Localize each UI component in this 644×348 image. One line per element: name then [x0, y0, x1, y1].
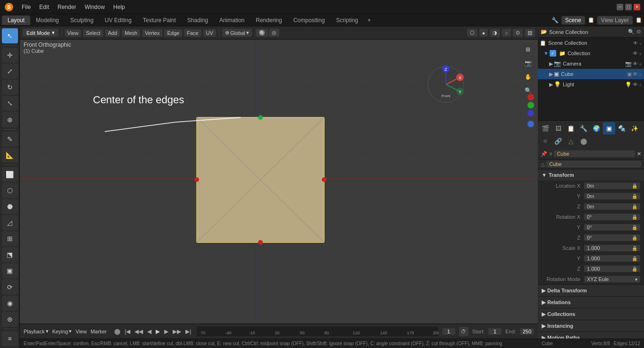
tool-shrink[interactable]: ⊛ — [2, 312, 18, 327]
menu-file[interactable]: File — [18, 3, 34, 11]
tab-modeling[interactable]: Modeling — [30, 16, 65, 25]
cube-render-icon[interactable]: ⬦ — [639, 71, 642, 77]
location-z-lock[interactable]: 🔒 — [632, 204, 637, 209]
snap-magnet[interactable]: 🔘 — [256, 29, 268, 37]
overlay-toggle[interactable]: ⊙ — [513, 29, 523, 37]
rotation-y-lock[interactable]: 🔒 — [632, 225, 637, 230]
playback-menu[interactable]: Playback▾ — [24, 328, 49, 334]
viewport-camera-icon[interactable]: 📷 — [522, 57, 534, 69]
jump-start-button[interactable]: |◀ — [123, 328, 132, 335]
props-pin-icon[interactable]: 📌 — [541, 151, 547, 157]
scene-collection-item[interactable]: 📋 Scene Collection 👁 ⬦ — [538, 38, 644, 48]
location-x-lock[interactable]: 🔒 — [632, 183, 637, 189]
camera-render-icon[interactable]: ⬦ — [639, 61, 642, 67]
rotation-x-lock[interactable]: 🔒 — [632, 215, 637, 220]
scale-y-lock[interactable]: 🔒 — [632, 256, 637, 261]
outliner-camera-row[interactable]: ▶ 📷 Camera 📷 👁 ⬦ — [538, 58, 644, 69]
tool-scale[interactable]: ⤡ — [2, 96, 18, 111]
viewport-shading-solid[interactable]: ● — [479, 29, 488, 37]
add-workspace-button[interactable]: + — [364, 16, 375, 25]
tool-transform[interactable]: ⊕ — [2, 112, 18, 127]
tool-knife[interactable]: ⬔ — [2, 247, 18, 262]
light-eye-icon[interactable]: 👁 — [633, 82, 638, 88]
edge-menu[interactable]: Edge — [164, 29, 182, 37]
location-x-field[interactable]: 0m 🔒 — [584, 182, 640, 189]
tool-smooth[interactable]: ◉ — [2, 296, 18, 311]
scale-z-lock[interactable]: 🔒 — [632, 266, 637, 272]
tab-compositing[interactable]: Compositing — [288, 16, 331, 25]
collection-visibility-check[interactable]: ✓ — [550, 50, 556, 57]
step-back-button[interactable]: ◀ — [145, 328, 153, 335]
tool-loop-cut[interactable]: ⊞ — [2, 231, 18, 246]
scale-y-field[interactable]: 1.000 🔒 — [584, 255, 640, 262]
tab-uv-editing[interactable]: UV Editing — [99, 16, 137, 25]
location-y-field[interactable]: 0m 🔒 — [584, 193, 640, 199]
keying-menu[interactable]: Keying▾ — [52, 328, 72, 334]
menu-render[interactable]: Render — [54, 3, 80, 11]
outliner-light-row[interactable]: ▶ 💡 Light 💡 👁 ⬦ — [538, 79, 644, 90]
scene-selector[interactable]: Scene — [561, 16, 585, 25]
prop-tab-object[interactable]: ▣ — [603, 122, 615, 134]
start-frame-display[interactable]: 1 — [488, 328, 502, 335]
light-vis-icon[interactable]: 💡 — [625, 82, 632, 88]
scale-z-field[interactable]: 1.000 🔒 — [584, 265, 640, 272]
outliner-collection-row[interactable]: ▼ ✓ 📁 Collection 👁 ⬦ — [538, 48, 644, 58]
tool-extrude[interactable]: ⬡ — [2, 183, 18, 198]
relations-header[interactable]: ▶ Relations — [538, 297, 644, 308]
prop-tab-render[interactable]: 🎬 — [539, 122, 552, 134]
instancing-header[interactable]: ▶ Instancing — [538, 320, 644, 331]
select-menu[interactable]: Select — [83, 29, 103, 37]
transform-header[interactable]: ▼ Transform — [538, 169, 644, 181]
tool-add-cube[interactable]: ⬜ — [2, 167, 18, 182]
tool-spin[interactable]: ⟳ — [2, 279, 18, 294]
prop-tab-object-data[interactable]: △ — [565, 135, 577, 147]
end-frame-display[interactable]: 250 — [520, 328, 534, 335]
record-button[interactable]: ⬤ — [112, 328, 122, 335]
jump-end-button[interactable]: ▶| — [184, 328, 193, 335]
tool-n-panel[interactable]: ≡ — [2, 331, 18, 346]
menu-edit[interactable]: Edit — [35, 3, 53, 11]
viewport-shading-wire[interactable]: ⬡ — [467, 29, 477, 37]
tab-animation[interactable]: Animation — [214, 16, 250, 25]
collections-header[interactable]: ▶ Collections — [538, 308, 644, 320]
cube-eye-icon[interactable]: 👁 — [633, 71, 638, 77]
step-forward-button[interactable]: ▶ — [162, 328, 170, 335]
menu-help[interactable]: Help — [109, 3, 129, 11]
prev-keyframe-button[interactable]: ◀◀ — [133, 328, 145, 335]
tab-rendering[interactable]: Rendering — [250, 16, 287, 25]
collection-render-icon[interactable]: ⬦ — [639, 50, 642, 56]
tool-poly-build[interactable]: ▣ — [2, 263, 18, 278]
tool-select[interactable]: ↖ — [2, 28, 18, 43]
props-list-icon[interactable]: ≡ — [549, 151, 552, 157]
tab-layout[interactable]: Layout — [2, 16, 30, 25]
minimize-button[interactable]: ─ — [617, 4, 623, 10]
navigation-gizmo[interactable]: X Y Z Front — [425, 63, 467, 106]
view-menu[interactable]: View — [65, 29, 82, 37]
close-button[interactable]: × — [634, 4, 640, 10]
delta-transform-header[interactable]: ▶ Delta Transform — [538, 285, 644, 296]
viewlayer-selector[interactable]: View Layer — [597, 16, 633, 25]
light-render-icon[interactable]: ⬦ — [639, 82, 642, 88]
tool-rotate[interactable]: ↻ — [2, 80, 18, 95]
prop-tab-modifiers[interactable]: 🔩 — [616, 122, 628, 134]
xray-toggle[interactable]: ▨ — [525, 29, 535, 37]
motion-paths-header[interactable]: ▶ Motion Paths — [538, 332, 644, 339]
prop-tab-material[interactable]: ⬤ — [577, 135, 590, 147]
prop-tab-output[interactable]: 🖼 — [552, 122, 564, 134]
mesh-menu[interactable]: Mesh — [122, 29, 140, 37]
tab-scripting[interactable]: Scripting — [330, 16, 364, 25]
prop-tab-scene[interactable]: 🔧 — [577, 122, 590, 134]
scale-x-field[interactable]: 1.000 🔒 — [584, 245, 640, 251]
tab-shading[interactable]: Shading — [182, 16, 214, 25]
outliner-filter-icon[interactable]: ⚙ — [636, 29, 641, 35]
transform-selector[interactable]: ⊕Global▾ — [222, 29, 252, 37]
location-y-lock[interactable]: 🔒 — [632, 194, 637, 199]
marker-menu[interactable]: Marker — [91, 329, 107, 334]
prop-tab-view-layer[interactable]: 📋 — [565, 122, 577, 134]
proportional-edit[interactable]: ◎ — [269, 29, 279, 37]
viewport-shading-render[interactable]: ○ — [502, 29, 511, 37]
rotation-z-lock[interactable]: 🔒 — [632, 235, 637, 240]
menu-window[interactable]: Window — [81, 3, 109, 11]
rotation-z-field[interactable]: 0° 🔒 — [584, 234, 640, 241]
next-keyframe-button[interactable]: ▶▶ — [171, 328, 183, 335]
